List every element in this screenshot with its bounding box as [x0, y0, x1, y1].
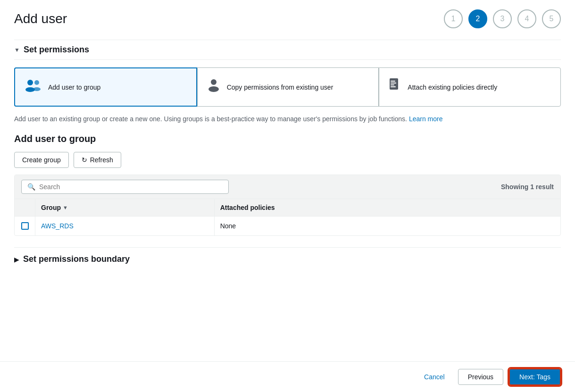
search-bar: 🔍 Showing 1 result — [15, 175, 560, 199]
set-permissions-boundary-header[interactable]: ▶ Set permissions boundary — [14, 247, 561, 271]
row-policies-cell: None — [215, 217, 560, 235]
doc-icon — [389, 78, 401, 96]
step-4[interactable]: 4 — [517, 9, 536, 28]
next-button[interactable]: Next: Tags — [509, 368, 561, 385]
group-link[interactable]: AWS_RDS — [41, 222, 74, 230]
row-group-cell: AWS_RDS — [35, 217, 215, 235]
cancel-button[interactable]: Cancel — [417, 369, 452, 384]
step-2[interactable]: 2 — [468, 9, 487, 28]
svg-rect-6 — [390, 78, 398, 90]
card-add-to-group-label: Add user to group — [48, 83, 100, 91]
chevron-right-icon: ▶ — [14, 256, 19, 263]
step-5[interactable]: 5 — [542, 9, 561, 28]
search-icon: 🔍 — [27, 183, 35, 191]
column-header-attached-policies: Attached policies — [215, 199, 560, 216]
svg-point-2 — [34, 80, 39, 85]
header-checkbox-cell — [15, 199, 35, 216]
table-header: Group ▼ Attached policies — [15, 199, 560, 217]
sort-arrow-icon: ▼ — [63, 205, 68, 210]
set-permissions-boundary-title: Set permissions boundary — [23, 254, 130, 264]
card-attach-policies-label: Attach existing policies directly — [408, 83, 497, 91]
card-attach-policies[interactable]: Attach existing policies directly — [379, 67, 561, 107]
card-add-to-group[interactable]: Add user to group — [14, 67, 197, 107]
table-row: AWS_RDS None — [15, 217, 560, 235]
svg-rect-9 — [391, 84, 394, 85]
set-permissions-title: Set permissions — [24, 45, 89, 55]
result-count: Showing 1 result — [501, 183, 554, 191]
svg-rect-7 — [391, 81, 395, 82]
action-buttons: Create group ↻ Refresh — [14, 152, 561, 168]
create-group-button[interactable]: Create group — [14, 152, 69, 168]
header-row: Add user 1 2 3 4 5 — [14, 9, 561, 28]
svg-rect-8 — [391, 83, 396, 83]
info-text: Add user to an existing group or create … — [14, 114, 561, 124]
footer: Cancel Previous Next: Tags — [0, 361, 575, 392]
search-table-container: 🔍 Showing 1 result Group ▼ Attached poli… — [14, 175, 561, 236]
permission-cards: Add user to group Copy permissions from … — [14, 67, 561, 107]
card-copy-permissions-label: Copy permissions from existing user — [227, 83, 333, 91]
chevron-down-icon: ▼ — [14, 47, 20, 53]
card-copy-permissions[interactable]: Copy permissions from existing user — [197, 67, 379, 107]
step-1[interactable]: 1 — [444, 9, 463, 28]
search-input[interactable] — [39, 183, 223, 191]
subsection-title: Add user to group — [14, 133, 561, 144]
set-permissions-section-header[interactable]: ▼ Set permissions — [14, 40, 561, 60]
page-title: Add user — [14, 11, 67, 26]
row-checkbox-cell[interactable] — [15, 217, 35, 235]
learn-more-link[interactable]: Learn more — [409, 115, 443, 123]
row-checkbox[interactable] — [21, 222, 29, 230]
svg-point-5 — [208, 86, 219, 92]
column-header-group[interactable]: Group ▼ — [35, 199, 215, 216]
previous-button[interactable]: Previous — [458, 369, 503, 385]
step-indicators: 1 2 3 4 5 — [444, 9, 561, 28]
person-icon — [207, 78, 220, 96]
search-input-wrapper[interactable]: 🔍 — [21, 180, 229, 194]
group-icon — [25, 78, 42, 96]
svg-point-0 — [27, 80, 33, 85]
svg-point-3 — [33, 87, 41, 91]
refresh-button[interactable]: ↻ Refresh — [74, 152, 121, 168]
step-3[interactable]: 3 — [493, 9, 512, 28]
page-container: Add user 1 2 3 4 5 ▼ Set permissions Add… — [0, 0, 575, 392]
refresh-icon: ↻ — [82, 156, 87, 164]
svg-point-4 — [211, 79, 217, 85]
svg-rect-10 — [391, 86, 396, 87]
